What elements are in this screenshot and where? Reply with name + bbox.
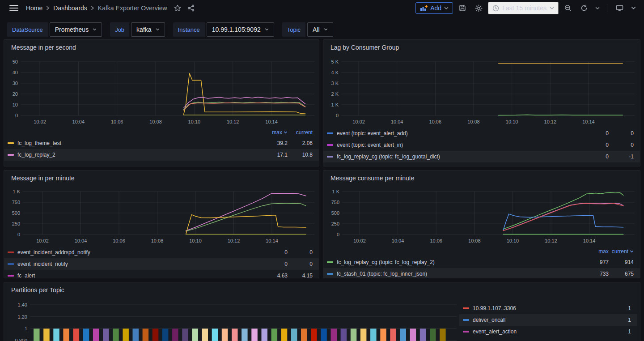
svg-text:10:04: 10:04 bbox=[72, 119, 85, 124]
divider bbox=[607, 4, 607, 12]
legend-row[interactable]: deliver_oncall1 bbox=[459, 314, 637, 326]
panel-title[interactable]: Lag by Consumer Group bbox=[330, 43, 633, 51]
svg-text:10: 10 bbox=[13, 102, 18, 107]
filter-topic-value: All bbox=[313, 26, 320, 33]
panel-title[interactable]: Message in per minute bbox=[11, 174, 312, 182]
svg-text:10:02: 10:02 bbox=[34, 119, 46, 124]
share-icon[interactable] bbox=[184, 2, 198, 14]
panel-title[interactable]: Message in per second bbox=[11, 43, 312, 51]
filter-topic-select[interactable]: All bbox=[307, 22, 333, 37]
legend-sort-max[interactable]: max bbox=[580, 248, 609, 255]
svg-text:0: 0 bbox=[15, 113, 18, 118]
filter-job-label: Job bbox=[110, 22, 129, 37]
legend-series-label: fc_log_theme_test bbox=[17, 140, 259, 146]
time-range-picker[interactable]: Last 15 minutes bbox=[488, 2, 559, 14]
refresh-icon[interactable] bbox=[577, 2, 591, 14]
legend-value: 39.2 bbox=[259, 140, 288, 146]
menu-icon[interactable] bbox=[6, 2, 21, 14]
legend-value: 733 bbox=[580, 271, 609, 277]
legend-row[interactable]: 10.99.1.107..33061 bbox=[459, 303, 637, 314]
legend-row[interactable]: fc_log_replay_217.110.8 bbox=[4, 149, 319, 161]
refresh-interval-chevron[interactable] bbox=[593, 2, 602, 14]
svg-text:50: 50 bbox=[13, 59, 18, 64]
legend-value: 0 bbox=[288, 261, 313, 267]
legend-value: 4.63 bbox=[259, 273, 288, 278]
svg-text:500: 500 bbox=[12, 210, 20, 216]
monitor-icon[interactable] bbox=[613, 2, 626, 14]
svg-text:10:14: 10:14 bbox=[582, 119, 595, 124]
filter-topic-label: Topic bbox=[282, 22, 305, 37]
legend-row[interactable]: fc_alert4.634.15 bbox=[4, 270, 319, 278]
star-icon[interactable] bbox=[171, 2, 184, 14]
svg-text:10:08: 10:08 bbox=[467, 119, 480, 124]
legend-sort-current[interactable]: current bbox=[609, 248, 634, 255]
svg-text:5 K: 5 K bbox=[331, 59, 339, 64]
series-color-swatch bbox=[463, 307, 469, 309]
save-icon[interactable] bbox=[456, 2, 469, 14]
legend-value: 2.06 bbox=[288, 140, 313, 146]
breadcrumb-home[interactable]: Home bbox=[26, 4, 42, 12]
svg-text:10:08: 10:08 bbox=[468, 238, 481, 243]
timeseries-chart[interactable]: 02505007501 K10:0210:0410:0610:0810:1010… bbox=[4, 185, 319, 244]
legend-row[interactable]: event_alert_action1 bbox=[459, 326, 637, 337]
filter-datasource-label: DataSource bbox=[7, 22, 48, 37]
legend-sort-current[interactable]: current bbox=[288, 129, 313, 136]
svg-text:250: 250 bbox=[331, 221, 339, 226]
legend-value: 0 bbox=[259, 249, 288, 256]
legend-row[interactable]: event_incident_notify00 bbox=[4, 258, 319, 270]
legend-row[interactable]: fc_log_replay_cg (topic: fc_log_replay_2… bbox=[323, 256, 640, 268]
legend-row[interactable]: event (topic: event_alert_in)00 bbox=[323, 139, 640, 151]
add-button[interactable]: Add bbox=[415, 2, 453, 14]
legend-series-label: deliver_oncall bbox=[473, 317, 614, 323]
legend-series-label: fc_log_replay_cg (topic: fc_log_guotai_d… bbox=[337, 153, 580, 160]
filter-instance-value: 10.99.1.105:9092 bbox=[212, 26, 261, 33]
filter-job-select[interactable]: kafka bbox=[131, 22, 165, 37]
legend-row[interactable]: fc_log_theme_test39.22.06 bbox=[4, 137, 319, 149]
panel-legend: event (topic: event_alert_add)00event (t… bbox=[323, 128, 640, 166]
legend-value: 17.1 bbox=[259, 152, 288, 158]
timeseries-chart[interactable]: 01 K2 K3 K4 K5 K10:0210:0410:0610:0810:1… bbox=[323, 56, 640, 128]
svg-text:10:14: 10:14 bbox=[265, 119, 278, 124]
svg-text:4 K: 4 K bbox=[331, 70, 339, 75]
panel-legend: maxcurrentfc_log_theme_test39.22.06fc_lo… bbox=[4, 128, 319, 166]
breadcrumb-dashboards[interactable]: Dashboards bbox=[53, 4, 87, 12]
svg-text:0.800: 0.800 bbox=[15, 338, 27, 341]
legend-row[interactable]: event_alert_add1 bbox=[459, 337, 637, 341]
svg-text:0: 0 bbox=[337, 232, 339, 237]
svg-text:10:10: 10:10 bbox=[188, 119, 201, 124]
series-color-swatch bbox=[8, 263, 14, 265]
panel-title[interactable]: Message consume per minute bbox=[330, 174, 633, 182]
panel-message-in-per-second: Message in per second 0102030405010:0210… bbox=[4, 39, 319, 166]
timeseries-chart[interactable]: 02505007501 K10:0210:0410:0610:0810:1010… bbox=[323, 185, 640, 244]
svg-text:1.20: 1.20 bbox=[18, 314, 27, 320]
legend-series-label: event (topic: event_alert_in) bbox=[337, 142, 580, 148]
svg-text:0: 0 bbox=[336, 113, 339, 118]
legend-row[interactable]: event (topic: event_alert_add)00 bbox=[323, 128, 640, 139]
toolbar-overflow-chevron[interactable] bbox=[629, 2, 638, 14]
svg-text:10:06: 10:06 bbox=[430, 238, 442, 243]
legend-sort-max[interactable]: max bbox=[259, 129, 288, 136]
svg-text:2 K: 2 K bbox=[331, 91, 339, 97]
svg-text:10:12: 10:12 bbox=[544, 119, 557, 124]
chevron-down-icon bbox=[93, 28, 97, 31]
svg-text:500: 500 bbox=[331, 210, 339, 216]
filter-datasource-select[interactable]: Prometheus bbox=[50, 22, 102, 37]
svg-text:10:06: 10:06 bbox=[111, 119, 123, 124]
legend-row[interactable]: fc_stash_01 (topic: fc_log_inner_json)73… bbox=[323, 268, 640, 278]
panel-add-icon bbox=[420, 5, 428, 12]
filter-instance-select[interactable]: 10.99.1.105:9092 bbox=[207, 22, 274, 37]
timeseries-chart[interactable]: 0102030405010:0210:0410:0610:0810:1010:1… bbox=[4, 56, 319, 128]
legend-row[interactable]: fc_log_replay_cg (topic: fc_log_guotai_d… bbox=[323, 151, 640, 162]
zoom-out-icon[interactable] bbox=[561, 2, 575, 14]
bar-chart[interactable]: 0.80011.201.40 bbox=[4, 296, 458, 341]
gear-icon[interactable] bbox=[472, 2, 485, 14]
legend-row[interactable]: event_incident_addrspd_notify00 bbox=[4, 247, 319, 258]
series-color-swatch bbox=[463, 319, 469, 321]
svg-text:1 K: 1 K bbox=[13, 189, 20, 194]
svg-text:30: 30 bbox=[13, 81, 18, 86]
svg-text:10:04: 10:04 bbox=[392, 238, 404, 243]
series-color-swatch bbox=[327, 156, 333, 158]
svg-text:10:02: 10:02 bbox=[352, 119, 365, 124]
panel-title[interactable]: Partitions per Topic bbox=[11, 286, 633, 294]
svg-text:10:02: 10:02 bbox=[36, 238, 49, 243]
